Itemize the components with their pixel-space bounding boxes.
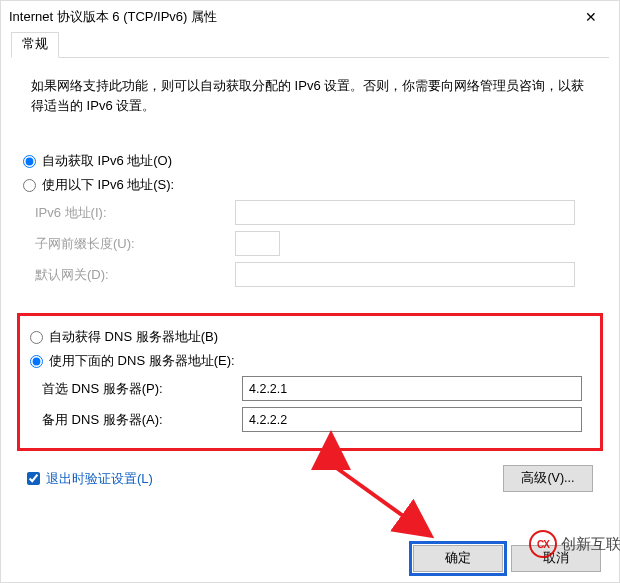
watermark-icon: CX [529, 530, 557, 558]
watermark-text: 创新互联 [561, 535, 620, 554]
ipv6-address-input [235, 200, 575, 225]
radio-manual-ip-label: 使用以下 IPv6 地址(S): [42, 176, 174, 194]
close-button[interactable]: ✕ [571, 3, 611, 31]
radio-manual-dns-label: 使用下面的 DNS 服务器地址(E): [49, 352, 235, 370]
radio-auto-dns-label: 自动获得 DNS 服务器地址(B) [49, 328, 218, 346]
validate-checkbox[interactable] [27, 472, 40, 485]
tab-general[interactable]: 常规 [11, 32, 59, 58]
radio-auto-ip-label: 自动获取 IPv6 地址(O) [42, 152, 172, 170]
primary-dns-label: 首选 DNS 服务器(P): [42, 380, 242, 398]
radio-auto-dns[interactable]: 自动获得 DNS 服务器地址(B) [30, 328, 590, 346]
properties-dialog: Internet 协议版本 6 (TCP/IPv6) 属性 ✕ 常规 如果网络支… [0, 0, 620, 583]
description-text: 如果网络支持此功能，则可以自动获取分配的 IPv6 设置。否则，你需要向网络管理… [31, 76, 589, 116]
tab-content: 如果网络支持此功能，则可以自动获取分配的 IPv6 设置。否则，你需要向网络管理… [1, 76, 619, 492]
prefix-length-label: 子网前缀长度(U): [35, 235, 235, 253]
watermark: CX 创新互联 [529, 530, 620, 558]
radio-auto-dns-input[interactable] [30, 331, 43, 344]
bottom-row: 退出时验证设置(L) 高级(V)... [27, 465, 593, 492]
ok-button[interactable]: 确定 [413, 545, 503, 572]
primary-dns-input[interactable] [242, 376, 582, 401]
radio-auto-ip[interactable]: 自动获取 IPv6 地址(O) [23, 152, 597, 170]
gateway-label: 默认网关(D): [35, 266, 235, 284]
radio-manual-dns[interactable]: 使用下面的 DNS 服务器地址(E): [30, 352, 590, 370]
radio-auto-ip-input[interactable] [23, 155, 36, 168]
advanced-button[interactable]: 高级(V)... [503, 465, 593, 492]
alt-dns-input[interactable] [242, 407, 582, 432]
gateway-input [235, 262, 575, 287]
alt-dns-label: 备用 DNS 服务器(A): [42, 411, 242, 429]
prefix-length-input [235, 231, 280, 256]
validate-label: 退出时验证设置(L) [46, 470, 153, 488]
tabstrip: 常规 [11, 33, 609, 58]
titlebar: Internet 协议版本 6 (TCP/IPv6) 属性 ✕ [1, 1, 619, 33]
ip-mode-group: 自动获取 IPv6 地址(O) 使用以下 IPv6 地址(S): IPv6 地址… [21, 140, 599, 303]
close-icon: ✕ [585, 9, 597, 25]
validate-on-exit[interactable]: 退出时验证设置(L) [27, 470, 503, 488]
radio-manual-ip-input[interactable] [23, 179, 36, 192]
dns-group-highlighted: 自动获得 DNS 服务器地址(B) 使用下面的 DNS 服务器地址(E): 首选… [17, 313, 603, 451]
ipv6-address-label: IPv6 地址(I): [35, 204, 235, 222]
window-title: Internet 协议版本 6 (TCP/IPv6) 属性 [9, 8, 571, 26]
radio-manual-ip[interactable]: 使用以下 IPv6 地址(S): [23, 176, 597, 194]
radio-manual-dns-input[interactable] [30, 355, 43, 368]
